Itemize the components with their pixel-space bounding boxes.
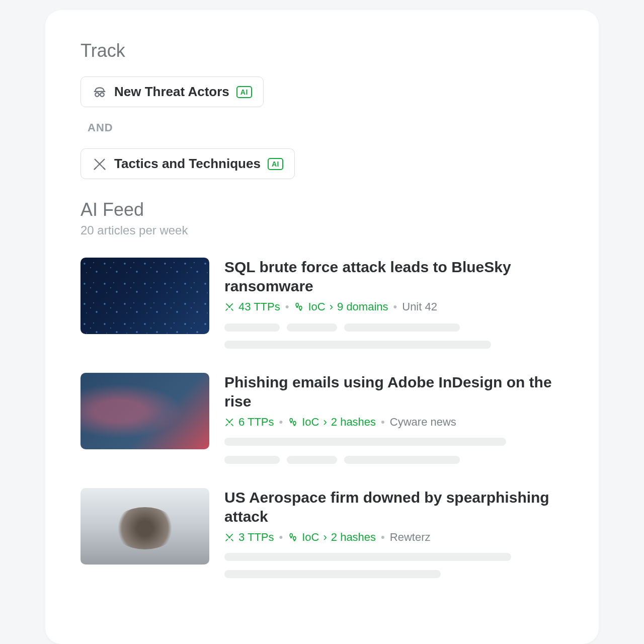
ttps-tag: 3 TTPs — [224, 531, 274, 544]
chevron-right-icon: › — [323, 531, 327, 544]
feed-header: AI Feed 20 articles per week — [80, 199, 564, 237]
filter-chip-tactics[interactable]: Tactics and Techniques AI — [80, 148, 295, 179]
swords-icon — [224, 302, 234, 312]
chip-label: Tactics and Techniques — [114, 156, 261, 172]
track-section-title: Track — [80, 40, 564, 61]
svg-point-0 — [95, 93, 99, 97]
skeleton-placeholder — [224, 324, 564, 332]
article-item[interactable]: Phishing emails using Adobe InDesign on … — [80, 373, 564, 464]
skeleton-placeholder — [224, 456, 564, 464]
feed-title: AI Feed — [80, 199, 564, 220]
chevron-right-icon: › — [330, 300, 333, 313]
chevron-right-icon: › — [323, 416, 327, 429]
ttps-tag: 43 TTPs — [224, 300, 280, 313]
incognito-icon — [92, 85, 107, 100]
ttps-tag: 6 TTPs — [224, 416, 274, 429]
ai-badge: AI — [236, 86, 252, 98]
footprints-icon — [294, 302, 304, 312]
article-source: Unit 42 — [402, 300, 437, 313]
main-card: Track New Threat Actors AI AND — [45, 10, 599, 644]
svg-point-7 — [293, 536, 296, 540]
separator-dot: • — [381, 531, 385, 544]
svg-point-6 — [290, 534, 292, 537]
article-title: US Aerospace firm downed by spearphishin… — [224, 488, 564, 526]
article-source: Cyware news — [390, 416, 456, 429]
ai-badge: AI — [268, 158, 283, 170]
article-body: US Aerospace firm downed by spearphishin… — [224, 488, 564, 578]
skeleton-placeholder — [224, 553, 511, 561]
separator-dot: • — [285, 300, 289, 313]
separator-dot: • — [279, 531, 283, 544]
chip-label: New Threat Actors — [114, 84, 229, 100]
svg-point-4 — [290, 419, 292, 422]
article-body: SQL brute force attack leads to BlueSky … — [224, 258, 564, 349]
article-list: SQL brute force attack leads to BlueSky … — [80, 258, 564, 578]
separator-dot: • — [279, 416, 283, 429]
article-thumbnail — [80, 488, 209, 565]
swords-icon — [224, 417, 234, 427]
skeleton-placeholder — [224, 341, 491, 349]
article-title: SQL brute force attack leads to BlueSky … — [224, 258, 564, 295]
ioc-tag: IoC › 9 domains — [294, 300, 388, 313]
svg-point-5 — [293, 421, 296, 425]
article-thumbnail — [80, 258, 209, 334]
skeleton-placeholder — [224, 570, 441, 578]
separator-dot: • — [393, 300, 397, 313]
article-thumbnail — [80, 373, 209, 449]
svg-point-1 — [100, 93, 104, 97]
article-meta: 3 TTPs • IoC › 2 hashes — [224, 531, 564, 544]
swords-icon — [92, 156, 107, 172]
svg-point-2 — [296, 303, 299, 307]
article-item[interactable]: SQL brute force attack leads to BlueSky … — [80, 258, 564, 349]
footprints-icon — [288, 532, 298, 542]
article-body: Phishing emails using Adobe InDesign on … — [224, 373, 564, 464]
ioc-tag: IoC › 2 hashes — [288, 416, 376, 429]
article-source: Rewterz — [390, 531, 431, 544]
svg-point-3 — [299, 306, 302, 309]
article-item[interactable]: US Aerospace firm downed by spearphishin… — [80, 488, 564, 578]
filter-chip-threat-actors[interactable]: New Threat Actors AI — [80, 76, 264, 107]
ioc-tag: IoC › 2 hashes — [288, 531, 376, 544]
feed-subtitle: 20 articles per week — [80, 223, 564, 237]
skeleton-placeholder — [224, 438, 506, 446]
swords-icon — [224, 532, 234, 542]
separator-dot: • — [381, 416, 385, 429]
article-meta: 6 TTPs • IoC › 2 hashes — [224, 416, 564, 429]
footprints-icon — [288, 417, 298, 427]
article-meta: 43 TTPs • IoC › 9 domains — [224, 300, 564, 313]
filter-operator-and: AND — [88, 121, 564, 134]
article-title: Phishing emails using Adobe InDesign on … — [224, 373, 564, 411]
